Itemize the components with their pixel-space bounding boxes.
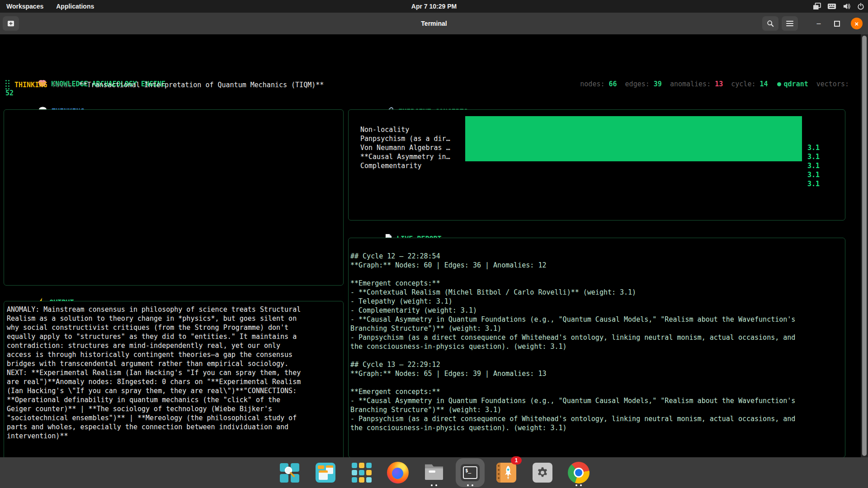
vectors-label: vectors: — [816, 80, 849, 88]
concept-row: Complementarity 3.1 — [349, 152, 845, 161]
focus-value: **Transactional Interpretation of Quantu… — [79, 81, 324, 89]
edges-value: 39 — [654, 80, 662, 88]
concepts-panel: Non-locality 3.1 Panpsychism (as a dir… … — [348, 109, 845, 221]
desktop: Workspaces Applications Apr 7 10:29 PM — [0, 0, 868, 488]
scrollbar-thumb[interactable] — [862, 36, 867, 456]
spinner-icon — [5, 80, 10, 90]
dock-item-terminal[interactable]: $_ — [456, 458, 485, 487]
dock-item-notebook-rocket[interactable]: 1 — [492, 458, 521, 487]
power-icon[interactable] — [857, 3, 864, 10]
dock-item-app-grid[interactable] — [347, 458, 376, 487]
notification-badge: 1 — [511, 456, 522, 465]
anomalies-label: anomalies: — [670, 80, 711, 88]
maximize-icon — [834, 21, 840, 27]
concept-row: Von Neumann Algebras … 3.1 — [349, 134, 845, 143]
concept-row: **Causal Asymmetry in… 3.1 — [349, 143, 845, 152]
maximize-button[interactable] — [831, 13, 843, 34]
concept-row: Non-locality 3.1 — [349, 116, 845, 125]
running-dots — [420, 484, 448, 486]
system-tray — [813, 0, 864, 13]
anomalies-value: 13 — [715, 80, 723, 88]
chrome-icon — [568, 462, 590, 483]
thinking-panel — [4, 109, 344, 286]
rocket-notebook-icon — [496, 463, 516, 483]
cycle-value: 14 — [760, 80, 768, 88]
concept-bar — [465, 134, 802, 143]
running-dots — [456, 484, 485, 486]
search-magnifier-icon — [283, 465, 296, 480]
dock-item-settings[interactable] — [528, 458, 557, 487]
terminal-scrollbar[interactable] — [861, 34, 868, 457]
system-top-bar: Workspaces Applications Apr 7 10:29 PM — [0, 0, 868, 13]
dock-item-firefox[interactable] — [383, 458, 412, 487]
concept-bar — [465, 143, 802, 152]
vectors-value: 52 — [5, 89, 14, 97]
concept-row: Panpsychism (as a dir… 3.1 — [349, 125, 845, 134]
dock-item-files[interactable] — [420, 458, 448, 487]
output-panel: ANOMALY: Mainstream consensus in philoso… — [4, 301, 344, 475]
nodes-value: 66 — [609, 80, 617, 88]
running-dots — [564, 484, 593, 486]
nodes-label: nodes: — [580, 80, 604, 88]
edges-label: edges: — [625, 80, 650, 88]
minimize-button[interactable]: – — [813, 13, 825, 34]
report-panel: ## Cycle 12 — 22:28:54 **Graph:** Nodes:… — [348, 238, 845, 458]
volume-icon[interactable] — [843, 3, 851, 10]
terminal-content[interactable]: KNOWLEDGE ARCHAEOLOGY ENGINE THINKING fo… — [0, 34, 868, 457]
focus-label: focus: — [52, 81, 76, 89]
concept-value: 3.1 — [807, 170, 820, 179]
concept-bar — [465, 116, 802, 125]
concept-bar — [465, 125, 802, 134]
concept-value: 3.1 — [807, 179, 820, 188]
window-title: Terminal — [0, 13, 868, 34]
hamburger-icon — [786, 21, 793, 26]
search-button[interactable] — [762, 16, 778, 31]
concept-value: 3.1 — [807, 161, 820, 170]
keyboard-icon[interactable] — [827, 3, 836, 9]
concept-bar — [465, 152, 802, 161]
dock: $_ 1 — [0, 457, 868, 488]
qdrant-label: qdrant — [784, 80, 808, 88]
windows-stack-icon[interactable] — [813, 3, 821, 10]
stats-line: nodes: 66edges: 39anomalies: 13cycle: 14… — [580, 80, 849, 88]
close-button[interactable]: × — [851, 18, 863, 29]
app-grid-icon — [352, 463, 372, 483]
settings-gear-icon — [533, 463, 552, 483]
dock-item-frequent-apps[interactable] — [311, 458, 340, 487]
report-content: ## Cycle 12 — 22:28:54 **Graph:** Nodes:… — [350, 252, 843, 432]
files-folder-icon — [424, 463, 444, 483]
frequent-apps-icon — [316, 463, 335, 483]
dock-item-activities-search[interactable] — [275, 458, 304, 487]
terminal-titlebar[interactable]: Terminal – × — [0, 13, 868, 34]
output-content: ANOMALY: Mainstream consensus in philoso… — [7, 305, 340, 441]
qdrant-status-dot-icon — [777, 82, 781, 86]
state-label: THINKING — [14, 81, 47, 89]
menu-button[interactable] — [782, 16, 798, 31]
terminal-app-icon: $_ — [461, 464, 480, 481]
dock-item-chrome[interactable] — [564, 458, 593, 487]
firefox-icon — [387, 462, 409, 483]
clock[interactable]: Apr 7 10:29 PM — [0, 3, 868, 10]
concept-label: Complementarity — [360, 161, 463, 170]
cycle-label: cycle: — [731, 80, 755, 88]
